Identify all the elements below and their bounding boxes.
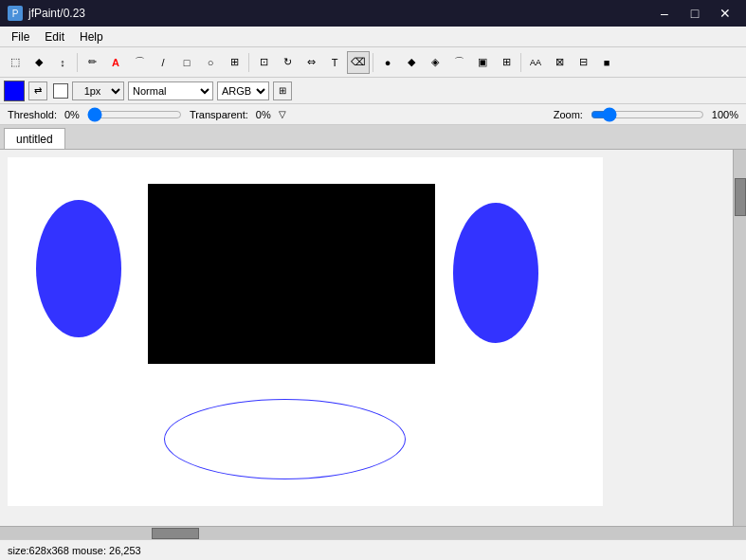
pencil-tool[interactable]: ✏	[81, 51, 103, 74]
text3-tool[interactable]: AA	[524, 51, 547, 74]
toolbar2: ⇄ 1px Normal Multiply Screen Overlay ARG…	[0, 78, 746, 104]
toolbar-sep-1	[77, 53, 78, 72]
threshold-label: Threshold:	[8, 109, 57, 120]
dark-tool[interactable]: ■	[595, 51, 618, 74]
text-tool[interactable]: A	[104, 51, 127, 74]
zoom-slider[interactable]	[591, 109, 704, 120]
menu-file[interactable]: File	[4, 28, 37, 45]
blend-mode-select[interactable]: Normal Multiply Screen Overlay	[128, 81, 213, 100]
main-window: P jfPaint/0.23 – □ ✕ File Edit Help ⬚ ◆ …	[0, 0, 746, 560]
outline-ellipse-bottom	[164, 399, 406, 479]
vertical-scrollbar[interactable]	[733, 150, 746, 526]
maximize-button[interactable]: □	[682, 4, 708, 23]
minimize-button[interactable]: –	[651, 4, 678, 23]
paint-canvas[interactable]	[8, 157, 603, 506]
canvas-and-scroll	[0, 150, 746, 539]
blue-ellipse-right	[453, 203, 538, 343]
filled-ellipse-tool[interactable]: ●	[376, 51, 399, 74]
menu-edit[interactable]: Edit	[37, 28, 72, 45]
menu-help[interactable]: Help	[72, 28, 111, 45]
black-rectangle	[148, 184, 435, 364]
flip-tool[interactable]: ⇔	[300, 51, 322, 74]
brush-size-select[interactable]: 1px	[72, 81, 124, 100]
outlined-diamond-tool[interactable]: ◈	[424, 51, 446, 74]
transparent-label: Transparent:	[190, 109, 248, 120]
blue-ellipse-left	[36, 200, 121, 337]
swap-colors-button[interactable]: ⇄	[28, 81, 47, 100]
threshold-value: 0%	[64, 109, 80, 120]
canvas-wrapper[interactable]	[0, 150, 733, 526]
zoom-value: 100%	[712, 109, 738, 120]
ellipse-tool[interactable]: ○	[199, 51, 222, 74]
app-icon: P	[8, 6, 23, 21]
pattern-tool[interactable]: ⊞	[495, 51, 518, 74]
transparent-icon: ▽	[279, 109, 286, 119]
secondary-color[interactable]	[53, 83, 68, 99]
vscroll-thumb[interactable]	[735, 178, 746, 216]
hscroll-thumb[interactable]	[152, 528, 199, 539]
menubar: File Edit Help	[0, 27, 746, 47]
stamp-tool[interactable]: ⊞	[223, 51, 246, 74]
fill2-tool[interactable]: ▣	[471, 51, 494, 74]
zoom-label: Zoom:	[554, 109, 583, 120]
select-rect-tool[interactable]: ⬚	[4, 51, 27, 74]
move-tool[interactable]: ↕	[51, 51, 74, 74]
line-tool[interactable]: /	[152, 51, 174, 74]
rotate-tool[interactable]: ↻	[276, 51, 299, 74]
copy-color-button[interactable]: ⊞	[273, 81, 292, 100]
status-text: size:628x368 mouse: 26,253	[8, 545, 141, 556]
vscroll-track[interactable]	[734, 150, 746, 513]
threshold-slider[interactable]	[87, 109, 182, 120]
transparent-value: 0%	[256, 109, 271, 120]
scroll-corner	[734, 513, 747, 526]
transform-tool[interactable]: ⊠	[548, 51, 571, 74]
color-format-select[interactable]: ARGB RGB HSB	[217, 81, 269, 100]
arc-tool[interactable]: ⌒	[447, 51, 470, 74]
text2-tool[interactable]: T	[323, 51, 346, 74]
horizontal-scrollbar[interactable]	[0, 526, 746, 539]
eraser-tool[interactable]: ⌫	[347, 51, 370, 74]
filled-diamond-tool[interactable]: ◆	[400, 51, 423, 74]
grid-crop-tool[interactable]: ⊡	[252, 51, 275, 74]
rect-tool[interactable]: □	[175, 51, 198, 74]
titlebar-left: P jfPaint/0.23	[8, 6, 85, 21]
curve-tool[interactable]: ⌒	[128, 51, 151, 74]
tab-untitled[interactable]: untitled	[4, 128, 65, 149]
titlebar: P jfPaint/0.23 – □ ✕	[0, 0, 746, 27]
tabbar: untitled	[0, 125, 746, 150]
close-button[interactable]: ✕	[712, 4, 738, 23]
primary-color[interactable]	[4, 81, 25, 101]
canvas-row	[0, 150, 746, 526]
toolbar: ⬚ ◆ ↕ ✏ A ⌒ / □ ○ ⊞ ⊡ ↻ ⇔ T ⌫ ● ◆ ◈ ⌒ ▣ …	[0, 47, 746, 78]
statusbar: size:628x368 mouse: 26,253	[0, 539, 746, 560]
app-title: jfPaint/0.23	[28, 7, 85, 20]
fill-tool[interactable]: ◆	[27, 51, 50, 74]
toolbar-sep-3	[373, 53, 373, 72]
texture-tool[interactable]: ⊟	[572, 51, 594, 74]
toolbar-sep-2	[248, 53, 249, 72]
titlebar-controls: – □ ✕	[651, 4, 738, 23]
toolbar-sep-4	[520, 53, 521, 72]
optionsbar: Threshold: 0% Transparent: 0% ▽ Zoom: 10…	[0, 104, 746, 125]
